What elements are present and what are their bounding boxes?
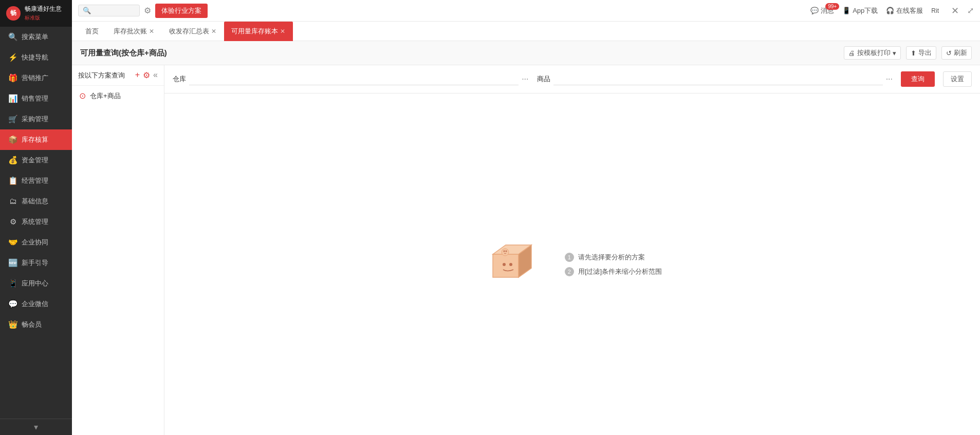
scheme-header: 按以下方案查询 + ⚙ « xyxy=(72,65,164,86)
enterprise-icon: 🤝 xyxy=(8,238,17,247)
scheme-add-btn[interactable]: + xyxy=(135,70,140,80)
sidebar-item-label: 应用中心 xyxy=(22,279,48,288)
scheme-collapse-btn[interactable]: « xyxy=(153,70,158,80)
message-btn[interactable]: 💬 消息 99+ xyxy=(810,6,834,15)
tip-item-1: 1 请先选择要分析的方案 xyxy=(565,253,662,262)
sidebar-item-label: 库存核算 xyxy=(22,135,48,144)
sidebar-item-label: 新手引导 xyxy=(22,258,48,268)
tab-available[interactable]: 可用量库存账本 ✕ xyxy=(224,22,293,41)
search-icon: 🔍 xyxy=(8,32,17,42)
appstore-icon: 📱 xyxy=(8,279,17,288)
warehouse-input[interactable] xyxy=(189,73,519,85)
sidebar-header: 畅 畅康通好生意 标准版 xyxy=(0,0,72,27)
sidebar-item-member[interactable]: 👑 畅会员 xyxy=(0,314,72,335)
sidebar-item-label: 基础信息 xyxy=(22,197,48,206)
operations-icon: 📋 xyxy=(8,176,17,185)
product-input[interactable] xyxy=(553,73,883,85)
filter-setting-btn[interactable]: 设置 xyxy=(943,71,972,87)
sidebar-item-appstore[interactable]: 📱 应用中心 xyxy=(0,273,72,294)
print-icon: 🖨 xyxy=(848,49,855,57)
tab-batch[interactable]: 库存批次账 ✕ xyxy=(106,22,162,41)
tabs-bar: 首页 库存批次账 ✕ 收发存汇总表 ✕ 可用量库存账本 ✕ xyxy=(72,22,980,41)
purchase-icon: 🛒 xyxy=(8,115,17,124)
sidebar-item-label: 畅会员 xyxy=(22,320,42,329)
export-icon: ⬆ xyxy=(911,49,916,57)
sales-icon: 📊 xyxy=(8,94,17,103)
print-dropdown-icon: ▾ xyxy=(893,49,896,57)
sidebar: 畅 畅康通好生意 标准版 🔍 搜索菜单 ⚡ 快捷导航 🎁 营销推广 📊 销售管理… xyxy=(0,0,72,435)
app-version: 标准版 xyxy=(25,14,62,22)
system-icon: ⚙ xyxy=(8,217,17,226)
app-name: 畅康通好生意 xyxy=(25,5,62,13)
page-actions: 🖨 按模板打印 ▾ ⬆ 导出 ↺ 刷新 xyxy=(844,46,972,60)
tab-available-close[interactable]: ✕ xyxy=(280,28,285,35)
refresh-label: 刷新 xyxy=(954,48,967,58)
print-btn[interactable]: 🖨 按模板打印 ▾ xyxy=(844,46,901,60)
sidebar-item-search[interactable]: 🔍 搜索菜单 xyxy=(0,27,72,47)
query-btn[interactable]: 查询 xyxy=(901,71,935,87)
topbar-search-box[interactable]: 🔍 xyxy=(78,5,140,16)
tip-text-2: 用[过滤]条件来缩小分析范围 xyxy=(578,267,662,276)
sidebar-item-basic[interactable]: 🗂 基础信息 xyxy=(0,191,72,212)
sidebar-scroll[interactable]: 🔍 搜索菜单 ⚡ 快捷导航 🎁 营销推广 📊 销售管理 🛒 采购管理 📦 库存核… xyxy=(0,27,72,419)
industry-btn[interactable]: 体验行业方案 xyxy=(155,4,208,18)
sidebar-item-label: 资金管理 xyxy=(22,156,48,165)
sidebar-item-wechat[interactable]: 💬 企业微信 xyxy=(0,294,72,314)
export-btn[interactable]: ⬆ 导出 xyxy=(906,46,936,60)
tab-home[interactable]: 首页 xyxy=(78,22,106,41)
sidebar-item-operations[interactable]: 📋 经营管理 xyxy=(0,171,72,191)
sidebar-item-nav[interactable]: ⚡ 快捷导航 xyxy=(0,47,72,68)
search-input[interactable] xyxy=(93,7,134,14)
tab-summary-close[interactable]: ✕ xyxy=(211,28,216,35)
online-service-btn[interactable]: 🎧 在线客服 xyxy=(886,6,923,15)
service-label: 在线客服 xyxy=(896,6,923,15)
tip-item-2: 2 用[过滤]条件来缩小分析范围 xyxy=(565,267,662,276)
warehouse-label: 仓库 xyxy=(173,74,186,84)
tab-batch-close[interactable]: ✕ xyxy=(149,28,154,35)
tab-summary-label: 收发存汇总表 xyxy=(169,27,209,36)
sidebar-item-newbie[interactable]: 🆕 新手引导 xyxy=(0,253,72,273)
warehouse-more-btn[interactable]: ··· xyxy=(522,74,528,84)
export-label: 导出 xyxy=(918,48,932,58)
settings-icon[interactable]: ⚙ xyxy=(144,6,151,15)
sidebar-item-inventory[interactable]: 📦 库存核算 xyxy=(0,129,72,150)
marketing-icon: 🎁 xyxy=(8,73,17,83)
app-download-label: App下载 xyxy=(853,6,878,15)
scheme-actions: + ⚙ « xyxy=(135,70,158,80)
tip-num-2: 2 xyxy=(565,267,574,276)
empty-tips: 1 请先选择要分析的方案 2 用[过滤]条件来缩小分析范围 xyxy=(565,253,662,276)
chevron-down-icon: ▾ xyxy=(34,422,38,432)
scheme-item-warehouse-product[interactable]: ⊙ 仓库+商品 xyxy=(72,86,164,106)
box-illustration xyxy=(483,234,544,295)
sidebar-item-purchase[interactable]: 🛒 采购管理 xyxy=(0,109,72,129)
sidebar-item-enterprise[interactable]: 🤝 企业协同 xyxy=(0,232,72,253)
app-download-btn[interactable]: 📱 App下载 xyxy=(842,6,878,15)
sidebar-item-sales[interactable]: 📊 销售管理 xyxy=(0,88,72,109)
svg-point-5 xyxy=(502,249,509,256)
sidebar-item-finance[interactable]: 💰 资金管理 xyxy=(0,150,72,171)
sidebar-item-system[interactable]: ⚙ 系统管理 xyxy=(0,212,72,232)
expand-btn[interactable]: ⤢ xyxy=(967,6,974,15)
topbar: 🔍 ⚙ 体验行业方案 💬 消息 99+ 📱 App下载 🎧 在线客服 Rit ✕… xyxy=(72,0,980,22)
refresh-btn[interactable]: ↺ 刷新 xyxy=(941,46,972,60)
sidebar-item-label: 系统管理 xyxy=(22,217,48,226)
message-icon: 💬 xyxy=(810,7,819,14)
tab-summary[interactable]: 收发存汇总表 ✕ xyxy=(162,22,224,41)
scheme-settings-btn[interactable]: ⚙ xyxy=(143,70,150,80)
page-title: 可用量查询(按仓库+商品) xyxy=(80,48,167,58)
user-btn[interactable]: Rit xyxy=(931,7,939,14)
close-window-btn[interactable]: ✕ xyxy=(951,5,959,16)
sidebar-item-label: 经营管理 xyxy=(22,176,48,185)
sidebar-scroll-down[interactable]: ▾ xyxy=(0,419,72,435)
scheme-item-icon: ⊙ xyxy=(79,91,86,101)
svg-marker-0 xyxy=(493,254,519,277)
content-area: 按以下方案查询 + ⚙ « ⊙ 仓库+商品 仓库 ··· xyxy=(72,65,980,435)
sidebar-item-label: 企业微信 xyxy=(22,299,48,309)
product-more-btn[interactable]: ··· xyxy=(886,74,893,84)
page-header: 可用量查询(按仓库+商品) 🖨 按模板打印 ▾ ⬆ 导出 ↺ 刷新 xyxy=(72,41,980,65)
svg-point-6 xyxy=(503,250,505,252)
tab-available-label: 可用量库存账本 xyxy=(231,27,278,36)
sidebar-item-marketing[interactable]: 🎁 营销推广 xyxy=(0,68,72,88)
message-badge: 99+ xyxy=(825,3,839,10)
sidebar-item-label: 营销推广 xyxy=(22,73,48,83)
